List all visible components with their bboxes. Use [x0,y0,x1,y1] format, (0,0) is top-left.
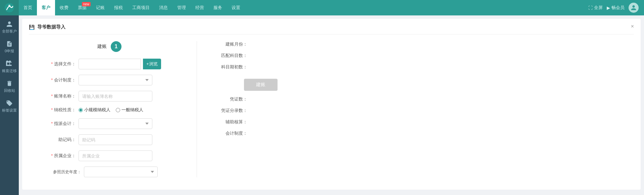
tax-type-row: 纳税性质： 小规模纳税人 一般纳税人 [49,107,190,113]
import-icon: 💾 [29,24,35,30]
sidebar-item-label: 回收站 [4,88,15,93]
assign-accountant-row: 指派会计： [49,118,190,129]
owned-company-label: 所属企业： [49,153,76,159]
nav-item-service[interactable]: 服务 [209,0,227,15]
accounting-system-row: 会计制度： [49,75,190,85]
subject-init-label: 科目期初数： [217,64,247,70]
fullscreen-button[interactable]: ⛶ 全屏 [588,5,603,11]
accounting-system-select[interactable] [79,75,152,85]
tax-small-radio[interactable] [79,108,83,112]
nav-item-accounting[interactable]: 记账 [91,0,109,15]
nav-item-manage[interactable]: 管理 [172,0,191,15]
nav-item-client[interactable]: 客户 [37,0,55,15]
nav-item-tax[interactable]: 报税 [109,0,128,15]
sidebar: 全部客户 0申报 账套迁移 回收站 标签设置 [0,15,19,195]
nav-item-bizproject[interactable]: 工商项目 [128,0,154,15]
nav-item-home[interactable]: 首页 [19,0,37,15]
nav-badge-new: new [82,2,91,6]
assign-accountant-label: 指派会计： [49,121,76,127]
voucher-count-label: 凭证数： [217,96,247,102]
sidebar-item-account-migrate[interactable]: 账套迁移 [0,58,19,76]
voucher-entry-row: 凭证分录数： [217,108,634,114]
build-account-button[interactable]: 建账 [244,79,278,91]
sidebar-item-tag-settings[interactable]: 标签设置 [0,97,19,116]
file-input-container: +浏览 [79,59,152,69]
form-divider [197,41,197,177]
build-month-row: 建账月份： [217,41,634,47]
layout: 全部客户 0申报 账套迁移 回收站 标签设置 💾 导爷数据导入 × [0,15,644,195]
ledger-name-label: 账簿名称： [49,93,76,99]
memo-code-input[interactable] [79,134,152,145]
close-button[interactable]: × [631,23,634,29]
form-right: 建账月份： 匹配科目数： 科目期初数： 建账 凭证数： [204,41,634,177]
ref-year-row: 参照历史年度： [49,167,190,177]
select-file-row: 选择文件： +浏览 [49,59,190,69]
tax-general-option[interactable]: 一般纳税人 [116,107,143,113]
memo-code-label: 助记码： [49,137,76,143]
main-content: 💾 导爷数据导入 × 建账 1 选择文件： [19,15,644,195]
form-left: 建账 1 选择文件： +浏览 [29,41,190,177]
sidebar-item-recycle[interactable]: 回收站 [0,77,19,96]
nav-item-message[interactable]: 消息 [154,0,172,15]
subject-init-row: 科目期初数： [217,64,634,70]
top-nav: 首页客户收费票据new记账报税工商项目消息管理经营服务设置 ⛶ 全屏 ▶ 畅会员 [0,0,644,15]
svg-point-1 [8,5,10,7]
tax-general-radio[interactable] [116,108,120,112]
ledger-name-input[interactable] [79,91,152,102]
tax-small-option[interactable]: 小规模纳税人 [79,107,110,113]
tax-radio-group: 小规模纳税人 一般纳税人 [79,107,143,113]
voucher-count-row: 凭证数： [217,96,634,102]
match-subjects-row: 匹配科目数： [217,53,634,59]
fullscreen-icon: ⛶ [588,5,593,10]
nav-items: 首页客户收费票据new记账报税工商项目消息管理经营服务设置 [19,0,588,15]
match-subjects-label: 匹配科目数： [217,53,247,59]
voucher-entry-label: 凭证分录数： [217,108,247,114]
browse-button[interactable]: +浏览 [143,59,161,69]
ledger-name-row: 账簿名称： [49,91,190,102]
memo-code-row: 助记码： [49,134,190,145]
sidebar-item-label: 账套迁移 [2,68,17,73]
tax-general-label: 一般纳税人 [121,107,143,113]
avatar[interactable] [629,3,639,13]
aux-accounting-row: 辅助核算： [217,119,634,125]
nav-item-invoice[interactable]: 票据new [73,0,91,15]
sidebar-item-all-clients[interactable]: 全部客户 [0,18,19,37]
member-label: 畅会员 [611,5,625,11]
nav-item-billing[interactable]: 收费 [55,0,73,15]
form-layout: 建账 1 选择文件： +浏览 [29,41,634,177]
svg-point-0 [5,3,14,12]
page-title: 导爷数据导入 [37,24,65,30]
step-label: 建账 [97,44,107,50]
page-card: 💾 导爷数据导入 × 建账 1 选择文件： [22,19,641,190]
step-circle: 1 [111,41,121,52]
step-indicator: 建账 1 [97,41,121,52]
aux-accounting-label: 辅助核算： [217,119,247,125]
sidebar-item-label: 全部客户 [2,29,17,34]
sidebar-item-label: 0申报 [5,49,14,54]
ref-year-label: 参照历史年度： [49,169,81,175]
fullscreen-label: 全屏 [594,5,603,11]
nav-item-operation[interactable]: 经营 [191,0,209,15]
accounting-system-label: 会计制度： [49,77,76,83]
tax-type-label: 纳税性质： [49,107,76,113]
right-accounting-system-label: 会计制度： [217,130,247,136]
sidebar-item-label: 标签设置 [2,108,17,113]
page-header: 💾 导爷数据导入 [29,24,634,35]
select-file-label: 选择文件： [49,61,76,67]
owned-company-input[interactable] [79,150,152,161]
right-accounting-system-row: 会计制度： [217,130,634,136]
ref-year-select[interactable] [84,167,158,177]
member-button[interactable]: ▶ 畅会员 [607,5,625,11]
file-text-input[interactable] [79,59,141,69]
member-icon: ▶ [607,5,610,10]
nav-right: ⛶ 全屏 ▶ 畅会员 [588,3,644,13]
assign-accountant-select[interactable] [79,118,152,129]
owned-company-row: 所属企业： [49,150,190,161]
form-grid: 选择文件： +浏览 会计制度： [29,59,190,177]
build-month-label: 建账月份： [217,41,247,47]
logo[interactable] [0,0,19,15]
tax-small-label: 小规模纳税人 [84,107,110,113]
nav-item-settings[interactable]: 设置 [227,0,245,15]
sidebar-item-declaration[interactable]: 0申报 [0,38,19,56]
